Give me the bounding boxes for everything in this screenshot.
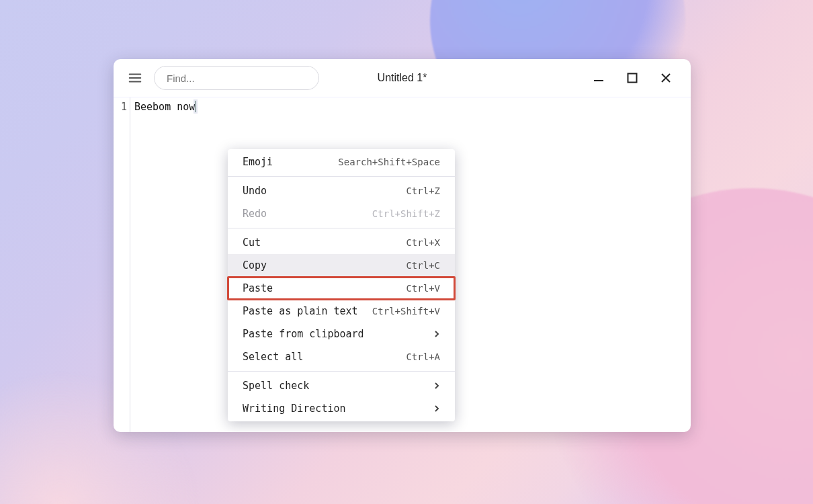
window-controls bbox=[591, 71, 681, 85]
menu-item-label: Emoji bbox=[243, 156, 273, 168]
context-menu: EmojiSearch+Shift+SpaceUndoCtrl+ZRedoCtr… bbox=[228, 149, 455, 421]
menu-item-label: Copy bbox=[243, 259, 267, 271]
menu-separator bbox=[228, 176, 455, 177]
chevron-right-icon bbox=[433, 328, 440, 340]
menu-item-label: Undo bbox=[243, 185, 267, 197]
window-title-text: Untitled 1* bbox=[378, 72, 427, 84]
editor-text: Beebom now bbox=[134, 101, 195, 113]
menu-item-shortcut: Ctrl+Shift+Z bbox=[372, 208, 440, 219]
close-button[interactable] bbox=[658, 71, 673, 85]
menu-item-label: Paste bbox=[243, 282, 273, 294]
menu-item-label: Paste from clipboard bbox=[243, 328, 364, 340]
menu-item-cut[interactable]: CutCtrl+X bbox=[228, 231, 455, 254]
menu-item-paste-as-plain-text[interactable]: Paste as plain textCtrl+Shift+V bbox=[228, 300, 455, 323]
menu-separator bbox=[228, 371, 455, 372]
menu-item-label: Select all bbox=[243, 351, 303, 363]
line-gutter: 1 bbox=[114, 97, 130, 432]
menu-icon[interactable] bbox=[120, 63, 150, 93]
menu-item-shortcut: Ctrl+Z bbox=[406, 185, 440, 196]
menu-item-undo[interactable]: UndoCtrl+Z bbox=[228, 179, 455, 202]
menu-item-label: Paste as plain text bbox=[243, 305, 358, 317]
find-input[interactable] bbox=[154, 66, 319, 90]
menu-item-emoji[interactable]: EmojiSearch+Shift+Space bbox=[228, 151, 455, 173]
menu-item-shortcut: Ctrl+Shift+V bbox=[372, 306, 440, 317]
menu-item-shortcut: Ctrl+A bbox=[406, 351, 440, 362]
titlebar: Untitled 1* bbox=[114, 59, 691, 97]
chevron-right-icon bbox=[433, 380, 440, 392]
line-number: 1 bbox=[114, 100, 127, 114]
menu-item-label: Redo bbox=[243, 208, 267, 220]
menu-item-label: Spell check bbox=[243, 380, 309, 392]
menu-item-copy[interactable]: CopyCtrl+C bbox=[228, 254, 455, 277]
menu-item-paste[interactable]: PasteCtrl+V bbox=[228, 277, 455, 300]
menu-separator bbox=[228, 228, 455, 228]
menu-item-spell-check[interactable]: Spell check bbox=[228, 374, 455, 397]
menu-item-select-all[interactable]: Select allCtrl+A bbox=[228, 345, 455, 368]
menu-item-label: Writing Direction bbox=[243, 403, 346, 415]
minimize-button[interactable] bbox=[591, 71, 606, 85]
menu-item-writing-direction[interactable]: Writing Direction bbox=[228, 397, 455, 420]
menu-item-shortcut: Ctrl+X bbox=[406, 237, 440, 248]
svg-rect-0 bbox=[628, 74, 637, 83]
text-content[interactable]: Beebom now EmojiSearch+Shift+SpaceUndoCt… bbox=[130, 97, 691, 432]
menu-item-redo: RedoCtrl+Shift+Z bbox=[228, 202, 455, 225]
menu-item-paste-from-clipboard[interactable]: Paste from clipboard bbox=[228, 323, 455, 345]
menu-item-label: Cut bbox=[243, 237, 261, 249]
menu-item-shortcut: Ctrl+C bbox=[406, 260, 440, 271]
app-window: Untitled 1* 1 Beebom now EmojiSearch+Shi… bbox=[114, 59, 691, 432]
menu-item-shortcut: Ctrl+V bbox=[406, 283, 440, 294]
maximize-button[interactable] bbox=[625, 71, 640, 85]
text-cursor bbox=[195, 101, 196, 112]
menu-item-shortcut: Search+Shift+Space bbox=[338, 157, 440, 167]
editor-area[interactable]: 1 Beebom now EmojiSearch+Shift+SpaceUndo… bbox=[114, 97, 691, 432]
chevron-right-icon bbox=[433, 403, 440, 415]
